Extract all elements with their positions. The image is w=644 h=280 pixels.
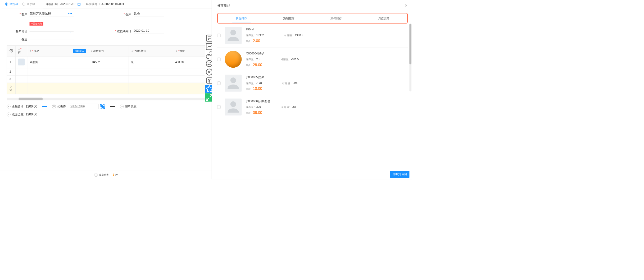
col-unit[interactable]: ▲▼*销售单位 — [129, 46, 173, 57]
customer-input[interactable]: 苏州万达沃尔玛 ••• — [30, 12, 74, 17]
product-name-cell[interactable] — [27, 76, 88, 83]
product-image — [225, 27, 242, 44]
unit-cell[interactable]: 包 — [129, 57, 173, 68]
table-settings-button[interactable] — [7, 46, 16, 57]
stock-value: 300 — [256, 105, 261, 109]
price-value: 2.00 — [253, 39, 260, 43]
doc-date-field[interactable]: 单据日期 2020-01-10 — [46, 2, 81, 6]
qty-cell[interactable]: 400.00 — [173, 57, 205, 68]
radio-label: 销货单 — [10, 2, 18, 6]
horizontal-scrollbar[interactable] — [7, 98, 205, 100]
recommendation-item[interactable]: [0000005]芒果 现存量:-178 可用量:-190 单价:10.00 — [217, 71, 408, 95]
price-label: 单价: — [246, 88, 251, 91]
recommendation-item[interactable]: [0000004]橘子 现存量:2.5 可用量:-681.5 单价:28.00 — [217, 47, 408, 71]
product-count-unit: 种 — [115, 173, 118, 176]
doc-date-value: 2020-01-10 — [60, 2, 75, 6]
chevron-down-icon[interactable] — [70, 31, 72, 34]
deal-label: 成交金额: — [12, 113, 24, 116]
discount-icon: ⊘ — [120, 105, 124, 108]
due-date-input[interactable]: 2020-01-10 — [134, 29, 164, 34]
item-checkbox[interactable] — [217, 81, 221, 85]
calendar-icon[interactable] — [77, 2, 81, 6]
product-count-icon: ○ — [94, 173, 98, 177]
item-checkbox[interactable] — [217, 34, 221, 37]
recommendation-list[interactable]: 250ml 现存量:19952 可用量:19903 单价:2.00 [00000… — [212, 24, 413, 159]
stock-label: 现存量: — [246, 34, 255, 37]
amount-value: 1200.00 — [26, 105, 37, 108]
item-checkbox[interactable] — [217, 58, 221, 61]
sort-icon: ▲▼ — [91, 50, 92, 52]
address-input[interactable] — [30, 31, 74, 31]
sort-icon: ▲▼ — [30, 50, 31, 52]
tab-history[interactable]: 浏览历史 — [374, 14, 393, 23]
price-label: 单价: — [246, 64, 251, 67]
warehouse-value: 总仓 — [134, 12, 140, 16]
table-row[interactable]: 3 — [7, 76, 205, 83]
svg-point-23 — [230, 101, 236, 107]
unit-cell[interactable] — [129, 68, 173, 76]
radio-return-order[interactable]: 退货单 — [22, 2, 35, 6]
avail-value: 256 — [292, 105, 296, 109]
subtotal-row: 小计 — [7, 83, 205, 94]
recommendation-item[interactable]: 250ml 现存量:19952 可用量:19903 单价:2.00 — [217, 24, 408, 47]
scroll-thumb[interactable] — [409, 24, 411, 64]
product-thumb-icon — [18, 59, 25, 66]
customer-value: 苏州万达沃尔玛 — [30, 12, 51, 16]
remark-label: 备注 — [7, 38, 27, 41]
item-checkbox[interactable] — [217, 105, 221, 109]
radio-sales-order[interactable]: 销货单 — [5, 2, 18, 6]
col-vendor[interactable]: ▲▼*商 — [16, 46, 27, 57]
warehouse-input[interactable]: 总仓 — [134, 12, 164, 17]
product-count-value: 1 — [112, 173, 114, 177]
tab-new[interactable]: 新品推荐 — [232, 14, 251, 23]
minus-icon — [42, 106, 47, 107]
svg-point-21 — [230, 30, 236, 35]
unit-cell[interactable] — [129, 76, 173, 83]
col-qty[interactable]: ▲▼*数量 — [173, 46, 205, 57]
product-image — [225, 75, 242, 92]
avail-value: 19903 — [295, 34, 302, 37]
qty-cell[interactable] — [173, 68, 205, 76]
table-row[interactable]: 1 果倍爽 534532 包 400.00 — [7, 57, 205, 68]
more-icon[interactable]: ••• — [68, 12, 72, 16]
spec-cell[interactable] — [88, 68, 129, 76]
stock-label: 现存量: — [246, 105, 255, 109]
warehouse-label: *仓库 — [111, 12, 131, 16]
vertical-scrollbar[interactable] — [409, 24, 411, 91]
scan-button[interactable]: 扫码录入 — [73, 49, 86, 53]
stock-label: 现存量: — [246, 58, 255, 61]
close-icon[interactable]: ✕ — [405, 3, 408, 8]
minus-icon — [110, 106, 115, 107]
tab-slow[interactable]: 滞销推荐 — [327, 14, 345, 23]
price-value: 38.00 — [253, 110, 262, 115]
coupon-input[interactable] — [68, 104, 98, 109]
select-return-button[interactable]: 选中(0) 返回 — [390, 171, 409, 178]
bottom-bar: ○ 商品种类： 1 种 — [0, 170, 212, 179]
product-name-cell[interactable] — [27, 68, 88, 76]
due-date-value: 2020-01-10 — [134, 29, 149, 32]
spec-cell[interactable]: 534532 — [88, 57, 129, 68]
product-image-cell — [16, 76, 27, 83]
product-name: 250ml — [246, 28, 408, 31]
avail-label: 可用量: — [282, 82, 291, 85]
customer-label: *客户 — [7, 12, 27, 16]
sort-icon: ▲▼ — [175, 50, 177, 52]
product-name-cell[interactable]: 果倍爽 — [27, 57, 88, 68]
refresh-button[interactable] — [100, 104, 105, 109]
col-product[interactable]: ▲▼*商品扫码录入 — [27, 46, 88, 57]
price-value: 28.00 — [253, 63, 262, 67]
tab-hot[interactable]: 热销推荐 — [280, 14, 298, 23]
product-image — [225, 99, 242, 115]
scroll-thumb[interactable] — [19, 98, 43, 100]
product-table: ▲▼*商 ▲▼*商品扫码录入 ▲▼规格型号 ▲▼*销售单位 ▲▼*数量 1 果倍… — [7, 45, 205, 94]
remark-input[interactable] — [30, 39, 74, 40]
recommendation-item[interactable]: [0000006]手撕面包 现存量:300 可用量:256 单价:38.00 — [217, 95, 408, 119]
stock-value: -178 — [256, 82, 262, 85]
table-row[interactable]: 2 — [7, 68, 205, 76]
col-spec[interactable]: ▲▼规格型号 — [88, 46, 129, 57]
qty-cell[interactable] — [173, 76, 205, 83]
recommendation-tabs-highlight: 新品推荐热销推荐滞销推荐浏览历史 — [217, 13, 408, 24]
product-name: [0000004]橘子 — [246, 52, 408, 55]
spec-cell[interactable] — [88, 76, 129, 83]
subtotal-label: 小计 — [7, 83, 16, 94]
